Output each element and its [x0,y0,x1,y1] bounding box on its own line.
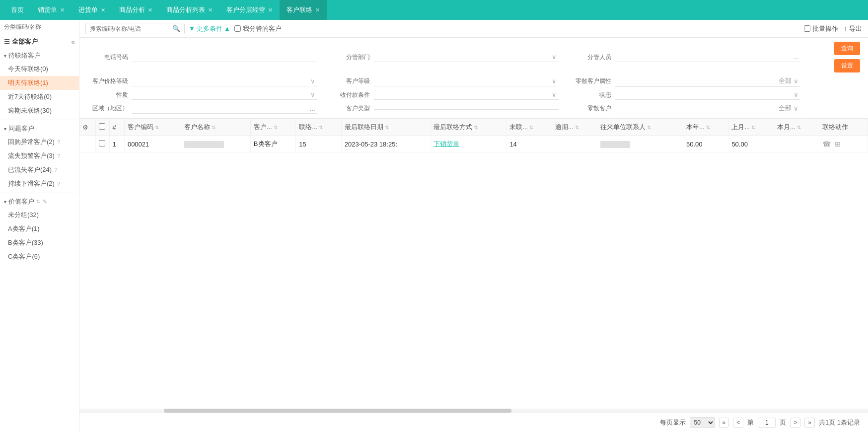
section-value-customers[interactable]: ▾ 价值客户 ↻ ✎ [0,195,79,208]
nav-purchase-order[interactable]: 进货单 ✕ [72,0,112,20]
sidebar-item-abnormal-repurchase[interactable]: 回购异常客户(2) ? [0,135,79,149]
sidebar-item-declining[interactable]: 持续下滑客户(2) ? [0,177,79,191]
sort-icon[interactable]: ⇅ [385,125,389,130]
row-checkbox[interactable] [99,140,105,146]
sidebar: 🔍 ☰ 全部客户 « ▾ 待联络客户 今天待联络(0) 明天待联络(1) 近7天… [0,20,79,432]
sort-icon[interactable]: ⇅ [529,125,533,130]
sidebar-item-ungrouped[interactable]: 未分组(32) [0,208,79,222]
sort-icon[interactable]: ⇅ [751,125,755,130]
sort-icon[interactable]: ⇅ [797,125,801,130]
sidebar-item-churn-warning[interactable]: 流失预警客户(3) ? [0,149,79,163]
export-button[interactable]: ↑ 导出 [844,24,863,33]
sort-icon[interactable]: ⇅ [319,125,323,130]
sort-icon[interactable]: ⇅ [212,125,216,130]
close-icon[interactable]: ✕ [101,7,105,13]
filter-price-level-select[interactable]: ∨ [132,76,317,86]
edit-icon[interactable]: ✎ [43,199,47,205]
select-all-checkbox[interactable] [99,123,105,130]
per-page-label: 每页显示 [660,418,686,427]
sidebar-item-overdue-contact[interactable]: 逾期未联络(30) [0,104,79,118]
filter-price-level: 客户价格等级 ∨ [87,76,317,86]
gear-icon[interactable]: ⚙ [82,124,88,131]
collapse-icon[interactable]: « [71,38,75,46]
sort-icon[interactable]: ⇅ [155,125,159,130]
grid-action-icon[interactable]: ⊞ [835,140,841,148]
per-page-select[interactable]: 50 100 [690,417,715,428]
filter-payment-select[interactable]: ∨ [374,90,559,100]
filter-retail-attr-select[interactable]: 全部 ∨ [615,75,800,87]
scrollbar-thumb[interactable] [164,409,511,413]
filter-customer-level-select[interactable]: ∨ [374,76,559,86]
search-box[interactable]: 🔍 [85,23,185,34]
sort-icon[interactable]: ⇅ [274,125,278,130]
my-customers-cb[interactable] [234,25,241,32]
last-page-button[interactable]: » [804,418,815,428]
sidebar-item-tomorrow-pending[interactable]: 明天待联络(1) [0,76,79,90]
help-icon[interactable]: ? [57,139,60,145]
data-table-container: ⚙ # 客户编码 ⇅ [79,119,868,409]
help-icon[interactable]: ? [57,153,60,159]
sidebar-item-today-pending[interactable]: 今天待联络(0) [0,62,79,76]
nav-customer-contact[interactable]: 客户联络 ✕ [280,0,327,20]
prev-page-button[interactable]: < [733,418,743,428]
help-icon[interactable]: ? [54,167,57,173]
filter-nature-select[interactable]: ∨ [132,90,317,100]
top-navigation: 首页 销货单 ✕ 进货单 ✕ 商品分析 ✕ 商品分析列表 ✕ 客户分层经营 ✕ … [0,0,868,20]
search-icon[interactable]: 🔍 [172,25,180,32]
page-input[interactable] [758,418,776,428]
close-icon[interactable]: ✕ [268,7,273,13]
filter-customer-type: 客户类型 [329,104,559,113]
first-page-button[interactable]: « [719,418,729,428]
last-contact-method-link[interactable]: 下销货单 [434,140,459,147]
filter-region-select[interactable]: ... [132,104,317,114]
settings-button[interactable]: 设置 [834,59,860,72]
sidebar-search-input[interactable] [4,23,78,30]
filter-department-label: 分管部门 [329,53,374,62]
sidebar-item-7day-pending[interactable]: 近7天待联络(0) [0,90,79,104]
batch-operation-button[interactable]: 批量操作 [804,24,838,33]
section-pending-contact[interactable]: ▾ 待联络客户 [0,49,79,62]
filter-customer-level: 客户等级 ∨ [329,76,559,86]
filter-retail-customer-select[interactable]: 全部 ∨ [615,103,800,114]
sort-icon[interactable]: ⇅ [706,125,710,130]
close-icon[interactable]: ✕ [60,7,65,13]
sidebar-search-bar[interactable]: 🔍 [0,20,79,34]
phone-action-icon[interactable]: ☎ [822,140,831,148]
nav-product-analysis-list[interactable]: 商品分析列表 ✕ [159,0,219,20]
filter-department-select[interactable]: ∨ [374,52,559,62]
query-button[interactable]: 查询 [834,42,860,55]
sidebar-item-churned[interactable]: 已流失客户(24) ? [0,163,79,177]
sort-icon[interactable]: ⇅ [474,125,478,130]
sidebar-item-class-b[interactable]: B类客户(33) [0,236,79,250]
nav-customer-segmentation[interactable]: 客户分层经营 ✕ [219,0,280,20]
batch-cb[interactable] [804,25,810,32]
horizontal-scrollbar[interactable] [79,409,868,413]
next-page-button[interactable]: > [790,418,800,428]
more-conditions-button[interactable]: ▼ 更多条件 ▲ [189,24,230,33]
nav-home[interactable]: 首页 [4,0,31,20]
filter-region: 区域（地区） ... [87,104,317,114]
help-icon[interactable]: ? [57,181,60,187]
td-unreached: 14 [506,136,552,152]
sort-icon[interactable]: ⇅ [647,125,651,130]
close-icon[interactable]: ✕ [208,7,213,13]
filter-customer-type-select[interactable] [374,107,559,110]
sidebar-item-class-c[interactable]: C类客户(6) [0,250,79,264]
td-gear [79,136,95,152]
section-problem-customers[interactable]: ▾ 问题客户 [0,122,79,135]
refresh-icon[interactable]: ↻ [36,199,41,205]
search-input[interactable] [90,25,172,32]
close-icon[interactable]: ✕ [315,7,320,13]
th-last-contact-date: 最后联络日期 ⇅ [341,119,430,136]
my-customers-checkbox[interactable]: 我分管的客户 [234,24,282,33]
sort-icon[interactable]: ⇅ [575,125,579,130]
sidebar-item-class-a[interactable]: A类客户(1) [0,222,79,236]
td-action: ☎ ⊞ [819,136,868,152]
close-icon[interactable]: ✕ [148,7,152,13]
filter-person-select[interactable]: ... [615,52,800,62]
nav-sales-order[interactable]: 销货单 ✕ [31,0,72,20]
nav-product-analysis[interactable]: 商品分析 ✕ [112,0,159,20]
all-customers-header[interactable]: ☰ 全部客户 « [0,34,79,49]
filter-status-select[interactable]: ∨ [615,90,800,100]
filter-phone-input[interactable] [132,53,317,62]
